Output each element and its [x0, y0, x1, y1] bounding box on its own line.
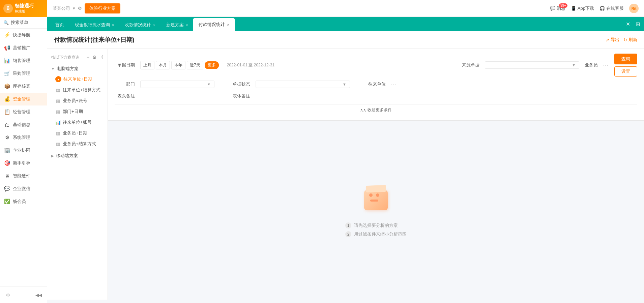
empty-hint-2: 2 用过滤条件来缩小分析范围 — [345, 231, 407, 237]
scheme-item-staff-account[interactable]: ▦ 业务员+账号 — [47, 95, 108, 106]
tabs-close-all-icon[interactable]: ✕ — [624, 20, 632, 29]
notice-icon: 💬 — [550, 6, 555, 11]
sidebar-nav: ⚡ 快捷导航 📢 营销推广 📊 销售管理 🛒 采购管理 📦 库存核算 💰 资金管… — [0, 29, 47, 286]
this-year-btn[interactable]: 本年 — [171, 61, 185, 69]
empty-box-lid — [366, 185, 386, 192]
sidebar-item-member[interactable]: ✅ 畅会员 — [0, 195, 47, 208]
avatar-label: Rit — [632, 6, 637, 10]
scheme-collapse-icon[interactable]: 《 — [99, 54, 104, 60]
topbar-gear-icon[interactable]: ⚙ — [78, 6, 82, 11]
sidebar-item-sales[interactable]: 📊 销售管理 — [0, 54, 47, 67]
tabs-expand-icon[interactable]: ⊞ — [634, 20, 641, 29]
scheme-item-partner-date[interactable]: ● 往来单位+日期 — [47, 74, 108, 85]
tab-close-new-plan[interactable]: × — [186, 23, 188, 27]
scheme-group-mobile-header[interactable]: ▶ 移动端方案 — [47, 151, 108, 161]
status-select[interactable]: ▼ — [256, 81, 350, 88]
scheme-item-partner-account[interactable]: 📊 往来单位+账号 — [47, 117, 108, 128]
scheme-item-staff-date[interactable]: ▦ 业务员+日期 — [47, 128, 108, 139]
scheme-item-partner-settle[interactable]: ▦ 往来单位+结算方式 — [47, 85, 108, 95]
date-label: 单据日期 — [115, 62, 135, 68]
sidebar-collapse-btn[interactable]: ◀◀ — [34, 290, 43, 300]
tab-close-bank-flow[interactable]: × — [112, 23, 114, 27]
scheme-add-icon[interactable]: ＋ — [86, 54, 90, 60]
tab-bank-flow[interactable]: 现金银行流水查询× — [69, 19, 119, 31]
last-month-btn[interactable]: 上月 — [140, 61, 154, 69]
page-title: 付款情况统计(往来单位+日期) — [54, 36, 135, 44]
date-buttons: 上月 本月 本年 近7天 更多 — [140, 61, 219, 69]
topbar-dropdown-icon[interactable]: ▾ — [73, 6, 75, 11]
scheme-group-pc-label: 电脑端方案 — [57, 66, 79, 72]
sidebar-item-enterprise[interactable]: 🏢 企业协同 — [0, 144, 47, 157]
sidebar-icon-hardware: 🖥 — [4, 173, 10, 179]
sidebar-item-basic[interactable]: 🗂 基础信息 — [0, 118, 47, 131]
page-header-actions: ↗ 导出 ↻ 刷新 — [606, 37, 637, 43]
sidebar-item-operation[interactable]: 📋 经营管理 — [0, 105, 47, 118]
scheme-item-staff-settle[interactable]: ▦ 业务员+结算方式 — [47, 139, 108, 149]
sidebar-item-quick-nav[interactable]: ⚡ 快捷导航 — [0, 29, 47, 41]
refresh-btn[interactable]: ↻ 刷新 — [623, 37, 637, 43]
dept-select[interactable]: ▼ — [140, 81, 214, 88]
scheme-item-grid4-icon: ▦ — [55, 130, 61, 136]
sidebar-item-purchase[interactable]: 🛒 采购管理 — [0, 67, 47, 80]
refresh-label: 刷新 — [628, 37, 637, 43]
settings-btn[interactable]: 设置 — [614, 66, 637, 77]
scheme-item-partner-settle-label: 往来单位+结算方式 — [63, 87, 100, 93]
tab-close-receipt-stats[interactable]: × — [153, 23, 155, 27]
tab-label-payment-stats: 付款情况统计 — [199, 22, 225, 28]
hint-num-2: 2 — [345, 231, 351, 237]
tab-home[interactable]: 首页 — [50, 19, 69, 31]
sidebar-label-capital: 资金管理 — [13, 96, 30, 102]
sidebar-item-guide[interactable]: 🎯 新手引导 — [0, 157, 47, 170]
topbar-app[interactable]: 📱 App下载 — [571, 5, 594, 11]
status-arrow: ▼ — [343, 82, 346, 86]
topbar-avatar[interactable]: Rit — [629, 4, 639, 13]
topbar-notice[interactable]: 💬 消息 99+ — [550, 5, 565, 11]
scheme-settings-icon[interactable]: ⚙ — [92, 55, 97, 60]
sidebar-icon-guide: 🎯 — [4, 160, 10, 166]
filter-row-2: 部门 ▼ 单据状态 ▼ 往来单位 ··· — [115, 81, 637, 88]
tab-receipt-stats[interactable]: 收款情况统计× — [119, 19, 160, 31]
tab-close-payment-stats[interactable]: × — [227, 23, 229, 27]
collapse-filter-btn[interactable]: ∧∧ 收起更多条件 — [115, 104, 637, 116]
sidebar-item-capital[interactable]: 💰 资金管理 — [0, 93, 47, 105]
export-btn[interactable]: ↗ 导出 — [606, 37, 619, 43]
body-note-label: 表体备注 — [230, 93, 250, 99]
this-month-btn[interactable]: 本月 — [156, 61, 170, 69]
sidebar-settings-btn[interactable]: ⚙ — [3, 290, 13, 300]
sidebar-item-marketing[interactable]: 📢 营销推广 — [0, 41, 47, 54]
query-btn[interactable]: 查询 — [614, 54, 637, 64]
tab-payment-stats[interactable]: 付款情况统计× — [193, 18, 234, 31]
logo-content: 畅捷通巧 标准版 — [15, 3, 34, 14]
topbar-service[interactable]: 🎧 在线客服 — [599, 5, 624, 11]
sidebar-item-system[interactable]: ⚙ 系统管理 — [0, 131, 47, 144]
sidebar-icon-enterprise: 🏢 — [4, 147, 10, 153]
sidebar-label-member: 畅会员 — [13, 199, 26, 205]
scheme-panel-actions: ＋ ⚙ 《 — [86, 54, 104, 60]
partner-input[interactable]: ··· — [391, 82, 397, 87]
sidebar-search[interactable]: 🔍 搜索菜单 — [0, 17, 47, 29]
staff-input[interactable]: ··· — [603, 63, 609, 68]
sidebar-icon-basic: 🗂 — [4, 122, 10, 128]
header-note-input[interactable] — [140, 92, 214, 100]
service-icon: 🎧 — [599, 6, 605, 11]
sidebar-icon-purchase: 🛒 — [4, 70, 10, 77]
last-7days-btn[interactable]: 近7天 — [187, 61, 203, 69]
scheme-item-dept-date[interactable]: ▦ 部门+日期 — [47, 106, 108, 117]
app-label: App下载 — [578, 5, 594, 11]
hint-num-1: 1 — [345, 222, 351, 229]
export-label: 导出 — [611, 37, 619, 43]
sidebar-item-inventory[interactable]: 📦 库存核算 — [0, 80, 47, 93]
sidebar-label-system: 系统管理 — [13, 134, 30, 141]
sidebar-item-wechat[interactable]: 💬 企业微信 — [0, 182, 47, 195]
tab-new-plan[interactable]: 新建方案× — [161, 19, 193, 31]
body-note-input[interactable] — [256, 92, 350, 100]
source-select-arrow: ▼ — [572, 63, 576, 67]
sidebar-item-hardware[interactable]: 🖥 智能硬件 — [0, 170, 47, 182]
trial-btn[interactable]: 体验行业方案 — [85, 3, 120, 13]
source-select[interactable]: ▼ — [485, 61, 579, 69]
sidebar-icon-inventory: 📦 — [4, 83, 10, 89]
tabs-actions: ✕ ⊞ — [624, 17, 641, 31]
header-note-label: 表头备注 — [115, 93, 135, 99]
scheme-group-pc-header[interactable]: ▼ 电脑端方案 — [47, 64, 108, 74]
more-date-btn[interactable]: 更多 — [205, 61, 219, 69]
